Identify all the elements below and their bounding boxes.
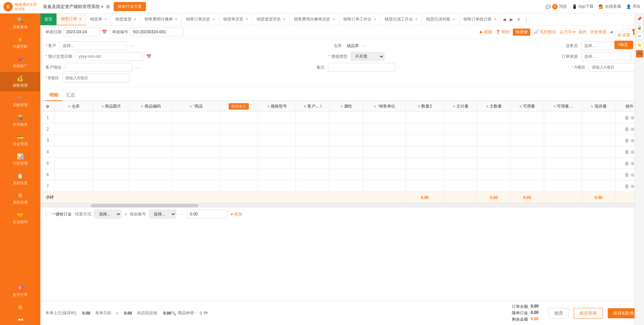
tab-return-history[interactable]: 销货退货历史 ✕ xyxy=(253,13,290,26)
row-4-customer-code[interactable] xyxy=(296,146,330,158)
customer-input[interactable] xyxy=(60,41,127,50)
customer-dots-button[interactable]: ··· xyxy=(130,43,134,48)
row-6-customer-code[interactable] xyxy=(296,169,330,180)
row-5-warehouse[interactable] xyxy=(55,158,93,169)
scan-input-button[interactable]: 扫码录入 xyxy=(229,103,249,110)
sort-warehouse-icon[interactable]: ⇅ xyxy=(68,105,71,108)
discard-button[interactable]: 放弃 xyxy=(548,308,569,319)
tab-receipt-history-close[interactable]: ✕ xyxy=(245,17,248,21)
row-5-spec[interactable] xyxy=(258,158,296,169)
tab-sales-workbench[interactable]: 销售订单工作台 ✕ xyxy=(339,13,381,26)
tab-home[interactable]: 首页 xyxy=(40,13,57,26)
tab-more-button[interactable]: ⋮ xyxy=(522,13,530,26)
row-6-copy-icon[interactable]: ⊕ xyxy=(631,172,635,177)
customer-addr-input[interactable] xyxy=(65,63,132,72)
row-4-copy-icon[interactable]: ⊕ xyxy=(631,149,635,155)
tab-next-button[interactable]: ▶ xyxy=(508,13,515,26)
col-settings-icon[interactable]: ⚙ xyxy=(46,104,49,109)
warehouse-dots-button[interactable]: ··· xyxy=(362,43,366,48)
row-1-unit[interactable] xyxy=(363,112,406,123)
row-4-unit[interactable] xyxy=(363,146,406,158)
row-1-customer-code[interactable] xyxy=(296,112,330,123)
tab-daily-clear-close[interactable]: ✕ xyxy=(415,17,418,21)
prev-record-button[interactable]: ◀ xyxy=(610,30,613,34)
b-project-input[interactable] xyxy=(62,74,129,82)
row-6-spec[interactable] xyxy=(258,169,296,180)
row-2-spec[interactable] xyxy=(258,123,296,135)
row-4-main-qty[interactable] xyxy=(477,146,510,158)
tab-fee-history[interactable]: 销售费用分摊单历史 ✕ xyxy=(290,13,339,26)
row-2-delete-icon[interactable]: 🗑 xyxy=(624,126,629,132)
row-5-delete-icon[interactable]: 🗑 xyxy=(624,161,629,166)
sidebar-item-system[interactable]: ⚙ 系统管理 xyxy=(0,189,40,208)
payment-method-select[interactable]: 选择... xyxy=(94,210,121,218)
sidebar-item-inventory[interactable]: 📦 库存核算 xyxy=(0,111,40,130)
row-4-spec[interactable] xyxy=(258,146,296,158)
row-6-code[interactable] xyxy=(129,169,172,180)
row-2-main-unit[interactable] xyxy=(444,123,477,135)
row-2-unit[interactable] xyxy=(363,123,406,135)
row-4-code[interactable] xyxy=(129,146,172,158)
row-5-attrs[interactable] xyxy=(330,158,363,169)
tab-return-history-close[interactable]: ✕ xyxy=(283,17,286,21)
print-button[interactable]: 🖨 打印 ▾ xyxy=(559,29,575,35)
tab-sales-fee-close[interactable]: ✕ xyxy=(175,17,178,21)
row-1-delete-icon[interactable]: 🗑 xyxy=(624,115,629,120)
tab-close-all-button[interactable]: ✕ xyxy=(515,13,522,26)
row-3-warehouse[interactable] xyxy=(55,135,93,146)
sidebar-item-newbie[interactable]: 🎯 新手引导 xyxy=(0,281,40,301)
sidebar-item-sales[interactable]: 💰 销售管理 xyxy=(0,72,40,91)
user-avatar[interactable]: 👤 用友 xyxy=(626,4,641,9)
row-4-product[interactable] xyxy=(172,146,220,158)
one-click-checkbox-wrap[interactable]: 一键收订金 xyxy=(45,211,72,217)
order-source-input[interactable] xyxy=(581,52,632,61)
row-4-main-unit[interactable] xyxy=(444,146,477,158)
ops-button[interactable]: 操作 xyxy=(579,29,587,35)
help-button[interactable]: ❓ 帮助 xyxy=(495,29,509,35)
delivery-calendar-icon[interactable]: 📅 xyxy=(146,54,151,59)
system-dropdown-icon[interactable]: ▾ xyxy=(101,4,103,9)
row-6-main-qty[interactable] xyxy=(477,169,510,180)
a-project-input[interactable] xyxy=(589,63,639,72)
row-6-attrs[interactable] xyxy=(330,169,363,180)
sidebar-item-gear[interactable]: ⚙ xyxy=(0,301,40,314)
sort-img-icon[interactable]: ⇅ xyxy=(101,105,104,108)
tab-receipt-history[interactable]: 销货单历史 ✕ xyxy=(219,13,253,26)
scrollbar-thumb[interactable] xyxy=(91,204,198,207)
row-7-main-qty[interactable] xyxy=(477,180,510,192)
sort-attrs-icon[interactable]: ⇅ xyxy=(340,105,343,108)
remark-input[interactable] xyxy=(328,63,395,72)
sidebar-item-collab[interactable]: 🤝 企业协同 xyxy=(0,208,40,228)
tab-sales-receipt-close[interactable]: ✕ xyxy=(104,17,107,21)
account-dots-button[interactable]: ··· xyxy=(180,211,184,217)
row-7-qty2[interactable] xyxy=(406,180,444,192)
row-2-attrs[interactable] xyxy=(330,123,363,135)
delivery-input[interactable] xyxy=(76,52,143,61)
rpanel-edit-button[interactable]: ✏ xyxy=(636,33,643,40)
order-no-input[interactable] xyxy=(130,28,184,36)
row-2-code[interactable] xyxy=(129,123,172,135)
tab-detail[interactable]: 明细 xyxy=(45,90,62,101)
row-2-warehouse[interactable] xyxy=(55,123,93,135)
tab-sales-order[interactable]: 销售订单 ✕ xyxy=(57,13,86,26)
rpanel-star-button[interactable]: ⭐ xyxy=(636,41,643,49)
tab-summary[interactable]: 汇总 xyxy=(62,90,79,101)
row-3-main-unit[interactable] xyxy=(444,135,477,146)
row-3-copy-icon[interactable]: ⊕ xyxy=(631,138,635,143)
add-payment-button[interactable]: ● 添加 xyxy=(231,211,242,217)
history-button[interactable]: 历史单据 xyxy=(590,29,606,35)
message-button[interactable]: 💬 9 消息 xyxy=(546,4,567,9)
row-7-warehouse[interactable] xyxy=(55,180,93,192)
row-6-product[interactable] xyxy=(172,169,220,180)
row-3-attrs[interactable] xyxy=(330,135,363,146)
row-1-main-unit[interactable] xyxy=(444,112,477,123)
row-1-main-qty[interactable] xyxy=(477,112,510,123)
tab-sales-stats[interactable]: 销售订单统计表 ✕ xyxy=(459,13,501,26)
sort-available2-icon[interactable]: ⇅ xyxy=(553,105,556,108)
row-7-unit[interactable] xyxy=(363,180,406,192)
row-7-code[interactable] xyxy=(129,180,172,192)
tab-sales-workbench-close[interactable]: ✕ xyxy=(374,17,376,21)
online-service-button[interactable]: 💁 在线客服 xyxy=(599,4,621,9)
row-1-copy-icon[interactable]: ⊕ xyxy=(631,115,635,120)
row-5-code[interactable] xyxy=(129,158,172,169)
